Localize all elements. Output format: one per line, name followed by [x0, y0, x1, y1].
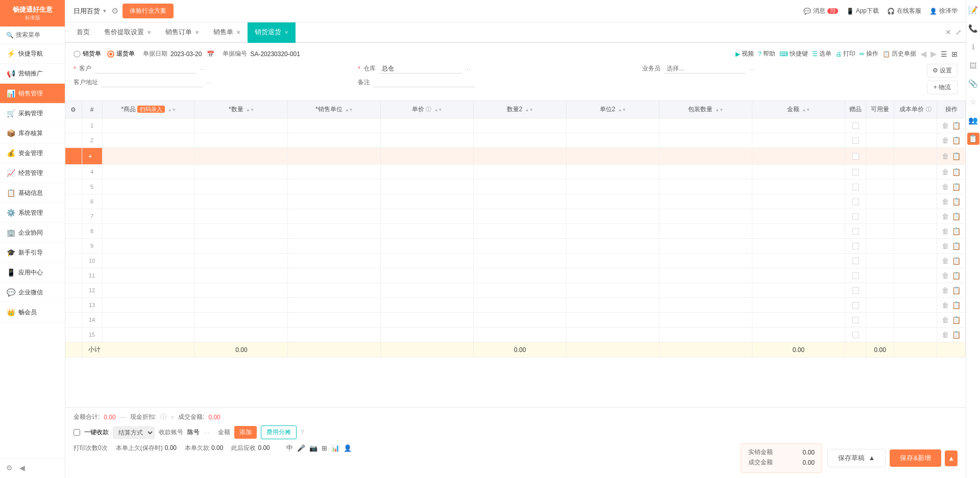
- copy-row-icon[interactable]: 📋: [952, 212, 961, 220]
- cell-price[interactable]: [381, 224, 474, 239]
- cell-qty2[interactable]: [474, 254, 567, 268]
- copy-row-icon[interactable]: 📋: [952, 152, 961, 160]
- unit2-input[interactable]: [570, 228, 656, 235]
- qty-input[interactable]: [198, 331, 284, 338]
- cell-qty2[interactable]: [474, 283, 567, 298]
- cell-package[interactable]: [659, 328, 752, 342]
- delete-row-icon[interactable]: 🗑: [942, 152, 949, 160]
- app-download-btn[interactable]: 📱 App下载: [846, 7, 879, 15]
- view-list-icon[interactable]: ☰: [941, 50, 947, 58]
- save-new-arrow-button[interactable]: ▲: [945, 450, 958, 466]
- copy-row-icon[interactable]: 📋: [952, 316, 961, 324]
- cell-unit2[interactable]: [567, 268, 659, 283]
- qty-input[interactable]: [198, 301, 284, 309]
- sidebar-item-purchase[interactable]: 🛒 采购管理: [0, 104, 65, 123]
- cell-package[interactable]: [659, 239, 752, 254]
- delete-row-icon[interactable]: 🗑: [942, 212, 949, 220]
- cell-goods[interactable]: [102, 165, 195, 180]
- qty2-input[interactable]: [477, 183, 563, 190]
- right-sidebar-info-icon[interactable]: ℹ: [967, 41, 979, 53]
- sidebar-item-enterprise[interactable]: 🏢 企业协同: [0, 223, 65, 243]
- gift-checkbox[interactable]: [852, 317, 859, 323]
- address-input[interactable]: [101, 78, 203, 87]
- qty-input[interactable]: [198, 242, 284, 249]
- cell-package[interactable]: [659, 268, 752, 283]
- qr-icon[interactable]: 📊: [331, 444, 339, 452]
- cell-price[interactable]: [381, 328, 474, 342]
- unit-input[interactable]: [291, 272, 377, 279]
- account-select-icon[interactable]: ···: [204, 429, 210, 437]
- cell-goods[interactable]: [102, 239, 195, 254]
- cell-qty[interactable]: [195, 313, 288, 328]
- cell-qty[interactable]: [195, 180, 288, 194]
- collapse-icon[interactable]: ◀: [19, 464, 29, 473]
- cell-unit2[interactable]: [567, 209, 659, 224]
- amount-input[interactable]: [755, 137, 842, 144]
- cell-unit2[interactable]: [567, 313, 659, 328]
- sidebar-item-sales[interactable]: 📊 销售管理: [0, 84, 65, 104]
- cell-package[interactable]: [659, 148, 752, 165]
- customer-select-icon[interactable]: ···: [200, 65, 206, 73]
- staff-input[interactable]: [664, 64, 746, 73]
- camera-icon[interactable]: 📷: [309, 444, 317, 452]
- cell-package[interactable]: [659, 180, 752, 194]
- amount-input[interactable]: [755, 153, 842, 160]
- cell-unit2[interactable]: [567, 180, 659, 194]
- qty2-input[interactable]: [477, 331, 563, 338]
- cell-amount[interactable]: [752, 298, 845, 313]
- price-input[interactable]: [384, 287, 470, 294]
- delete-row-icon[interactable]: 🗑: [942, 301, 949, 309]
- cell-qty2[interactable]: [474, 268, 567, 283]
- sidebar-item-search[interactable]: 🔍 搜索菜单: [0, 27, 65, 44]
- cell-qty[interactable]: [195, 209, 288, 224]
- sort-package-icon[interactable]: ▲▼: [715, 108, 723, 112]
- unit2-input[interactable]: [570, 272, 656, 279]
- voice-icon[interactable]: 🎤: [297, 444, 305, 452]
- unit-input[interactable]: [291, 287, 377, 294]
- sidebar-item-system[interactable]: ⚙️ 系统管理: [0, 203, 65, 223]
- save-draft-button[interactable]: 保存草稿 ▲: [827, 449, 886, 467]
- delete-row-icon[interactable]: 🗑: [942, 331, 949, 339]
- qty2-input[interactable]: [477, 213, 563, 220]
- cell-qty2[interactable]: [474, 209, 567, 224]
- radio-sales[interactable]: 销货单: [74, 49, 101, 58]
- copy-row-icon[interactable]: 📋: [952, 168, 961, 176]
- unit2-input[interactable]: [570, 257, 656, 264]
- unit-input[interactable]: [291, 137, 377, 144]
- delete-row-icon[interactable]: 🗑: [942, 257, 949, 265]
- experience-btn[interactable]: 体验行业方案: [122, 4, 174, 18]
- unit-input[interactable]: [291, 331, 377, 338]
- goods-input[interactable]: [106, 257, 192, 264]
- qty2-input[interactable]: [477, 122, 563, 129]
- cell-unit2[interactable]: [567, 118, 659, 133]
- sidebar-item-shortcut[interactable]: ⚡ 快捷导航: [0, 44, 65, 64]
- cell-unit[interactable]: [288, 298, 381, 313]
- right-sidebar-star-icon[interactable]: ☆: [967, 96, 979, 108]
- unit-input[interactable]: [291, 153, 377, 160]
- delete-row-icon[interactable]: 🗑: [942, 316, 949, 324]
- cell-unit[interactable]: [288, 328, 381, 342]
- logistics-button[interactable]: + 物流: [927, 81, 958, 94]
- unit-input[interactable]: [291, 168, 377, 175]
- price-input[interactable]: [384, 228, 470, 235]
- save-new-button[interactable]: 保存&新增: [890, 449, 941, 467]
- cell-price[interactable]: [381, 283, 474, 298]
- copy-row-icon[interactable]: 📋: [952, 271, 961, 280]
- goods-input[interactable]: [106, 301, 192, 309]
- sort-unit-icon[interactable]: ▲▼: [345, 108, 353, 112]
- cell-price[interactable]: [381, 180, 474, 194]
- price-input[interactable]: [384, 183, 470, 190]
- nav-prev-icon[interactable]: ◀: [920, 49, 926, 59]
- warehouse-input[interactable]: [379, 64, 461, 73]
- cell-package[interactable]: [659, 254, 752, 268]
- qty-input[interactable]: [198, 168, 284, 175]
- gift-checkbox[interactable]: [852, 153, 859, 160]
- package-input[interactable]: [663, 316, 749, 323]
- user-profile-btn[interactable]: 👤 徐泽华: [929, 7, 958, 15]
- tab-close-all-icon[interactable]: ✕: [945, 28, 951, 36]
- cell-goods[interactable]: [102, 283, 195, 298]
- cell-unit[interactable]: [288, 224, 381, 239]
- sort-qty-icon[interactable]: ▲▼: [246, 108, 254, 112]
- draft-arrow-icon[interactable]: ▲: [869, 454, 875, 462]
- copy-row-icon[interactable]: 📋: [952, 183, 961, 191]
